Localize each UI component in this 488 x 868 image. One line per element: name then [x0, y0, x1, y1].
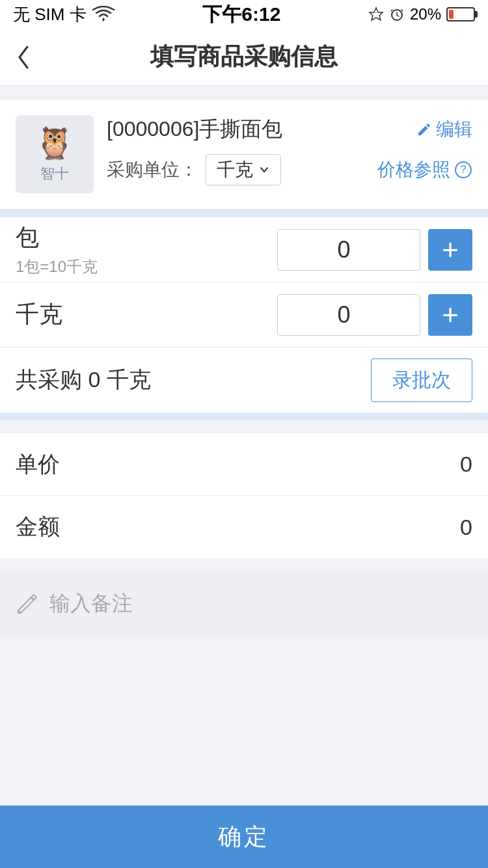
unit-value: 千克 — [217, 157, 253, 182]
summary-text: 共采购 0 千克 — [16, 365, 151, 395]
product-thumb-label: 智十 — [40, 164, 69, 183]
section-divider-1 — [0, 210, 488, 217]
location-icon — [368, 7, 384, 22]
kg-input-row: 千克 + — [0, 282, 488, 347]
price-section: 单价 0 金额 0 — [0, 433, 488, 558]
kg-label: 千克 — [16, 299, 120, 331]
bao-label-group: 包 1包=10千克 — [16, 222, 120, 277]
confirm-label: 确定 — [218, 821, 270, 853]
product-info: [0000006]手撕面包 编辑 采购单位： 千克 价格参照 — [107, 115, 472, 185]
status-time: 下午6:12 — [202, 1, 280, 28]
help-icon: ? — [454, 161, 472, 179]
remark-placeholder: 输入备注 — [49, 590, 133, 618]
product-thumb-icon: 🦉 — [35, 125, 74, 161]
remark-section[interactable]: 输入备注 — [0, 571, 488, 636]
svg-text:?: ? — [461, 164, 467, 175]
status-left: 无 SIM 卡 — [13, 3, 115, 26]
price-ref-button[interactable]: 价格参照 ? — [377, 157, 472, 182]
edit-label: 编辑 — [436, 117, 472, 142]
bao-input-row: 包 1包=10千克 + — [0, 217, 488, 282]
quantity-input-section: 包 1包=10千克 + 千克 + 共采购 0 千克 录批次 — [0, 217, 488, 413]
status-right: 20% — [368, 5, 475, 23]
battery-percent: 20% — [410, 5, 441, 23]
amount-row: 金额 0 — [0, 496, 488, 558]
content-spacer — [0, 636, 488, 819]
bao-sub-label: 1包=10千克 — [16, 256, 120, 277]
product-header: [0000006]手撕面包 编辑 — [107, 115, 472, 144]
unit-selector[interactable]: 千克 — [206, 154, 281, 185]
kg-plus-button[interactable]: + — [428, 294, 472, 336]
edit-icon — [416, 122, 432, 137]
wifi-icon — [92, 6, 115, 23]
alarm-icon — [389, 7, 405, 22]
batch-btn-label: 录批次 — [392, 369, 451, 390]
status-bar: 无 SIM 卡 下午6:12 20% — [0, 0, 488, 29]
battery-icon — [446, 7, 475, 21]
product-card: 🦉 智十 [0000006]手撕面包 编辑 采购单位： 千克 — [0, 99, 488, 210]
kg-input-wrap: + — [120, 294, 472, 336]
product-thumbnail: 🦉 智十 — [16, 115, 94, 193]
bao-input-wrap: + — [120, 229, 472, 271]
unit-price-value: 0 — [460, 452, 472, 477]
unit-price-label: 单价 — [16, 450, 60, 480]
product-unit-row: 采购单位： 千克 价格参照 ? — [107, 154, 472, 185]
back-button[interactable] — [16, 44, 38, 70]
batch-record-button[interactable]: 录批次 — [371, 359, 472, 402]
summary-row: 共采购 0 千克 录批次 — [0, 347, 488, 413]
bao-plus-button[interactable]: + — [428, 229, 472, 271]
bao-quantity-input[interactable] — [277, 229, 420, 271]
edit-button[interactable]: 编辑 — [416, 117, 472, 142]
unit-label: 采购单位： — [107, 157, 198, 182]
amount-value: 0 — [460, 515, 472, 540]
chevron-down-icon — [258, 164, 270, 176]
section-divider-2 — [0, 413, 488, 420]
kg-quantity-input[interactable] — [277, 294, 420, 336]
bao-label: 包 — [16, 222, 120, 254]
back-icon — [16, 44, 31, 70]
product-name: [0000006]手撕面包 — [107, 115, 282, 144]
unit-price-row: 单价 0 — [0, 433, 488, 496]
price-ref-label: 价格参照 — [377, 157, 450, 182]
amount-label: 金额 — [16, 512, 60, 542]
kg-label-group: 千克 — [16, 299, 120, 331]
nav-bar: 填写商品采购信息 — [0, 29, 488, 86]
confirm-button[interactable]: 确定 — [0, 806, 488, 868]
sim-status: 无 SIM 卡 — [13, 3, 87, 26]
page-title: 填写商品采购信息 — [150, 41, 338, 73]
pencil-icon — [16, 592, 39, 616]
